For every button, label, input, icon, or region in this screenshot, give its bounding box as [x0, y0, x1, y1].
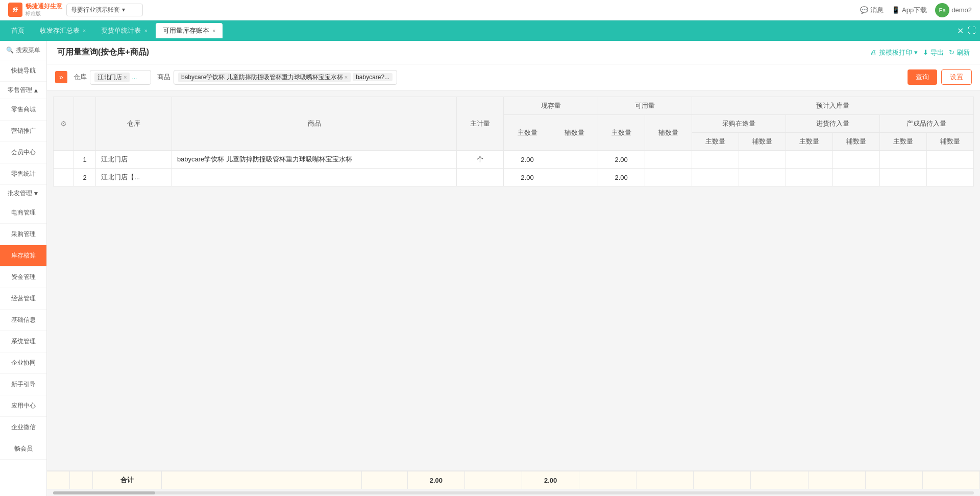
export-icon: ⬇: [923, 49, 928, 56]
product-tag-1: babycare?...: [353, 73, 393, 81]
top-bar-right: 💬 消息 📱 App下载 Ea demo2: [860, 3, 972, 17]
product-tag-container[interactable]: babycare学饮杯 儿童防摔防撞吸管杯重力球吸嘴杯宝宝水杯 × babyca…: [174, 70, 397, 85]
row-main-unit-1: [457, 169, 504, 186]
refresh-button[interactable]: ↻ 刷新: [949, 48, 970, 57]
warehouse-tag-value: 江北门店: [97, 73, 122, 82]
row-current-aux-1: [551, 169, 598, 186]
sidebar-item-member-program[interactable]: 畅会员: [0, 438, 46, 460]
tab-yaohuo-close[interactable]: ×: [144, 28, 147, 34]
query-button[interactable]: 查询: [908, 69, 937, 85]
message-label: 消息: [870, 6, 884, 15]
th-inbound-pending-aux: 辅数量: [832, 133, 879, 151]
sidebar-item-batch-mgmt[interactable]: 批发管理 ▼: [0, 185, 46, 202]
logo-icon: 好: [8, 3, 22, 17]
export-button[interactable]: ⬇ 导出: [923, 48, 944, 57]
warehouse-tag-close[interactable]: ×: [124, 74, 127, 80]
filter-expand-button[interactable]: »: [55, 71, 67, 83]
export-label: 导出: [930, 48, 944, 57]
nav-expand-button[interactable]: ⛶: [968, 26, 976, 36]
warehouse-tag: 江北门店 ×: [94, 73, 130, 82]
tab-yaohuo[interactable]: 要货单统计表 ×: [94, 23, 154, 38]
warehouse-more[interactable]: ...: [132, 74, 137, 81]
sidebar-item-zero-sales-mgmt[interactable]: 零售管理 ▲: [0, 82, 46, 99]
settings-button[interactable]: 设置: [941, 69, 972, 85]
sidebar-item-system-mgmt[interactable]: 系统管理: [0, 331, 46, 352]
tab-home[interactable]: 首页: [4, 23, 32, 38]
product-filter-label: 商品: [157, 73, 170, 82]
summary-product-spacer: [161, 471, 361, 489]
sidebar-item-inventory-check[interactable]: 库存核算: [0, 245, 46, 267]
sidebar-item-enterprise-wechat[interactable]: 企业微信: [0, 417, 46, 438]
settings-icon[interactable]: ⚙: [60, 120, 67, 128]
sidebar-item-finance-mgmt[interactable]: 资金管理: [0, 267, 46, 288]
scrollbar-thumb[interactable]: [53, 491, 155, 494]
sidebar-item-zero-stats[interactable]: 零售统计: [0, 163, 46, 185]
summary-label: 合计: [93, 471, 162, 489]
summary-current-main-qty: 2.00: [407, 471, 464, 489]
th-available-aux-qty: 辅数量: [645, 115, 692, 151]
row-warehouse-0: 江北门店: [96, 151, 172, 169]
app-download-button[interactable]: 📱 App下载: [892, 6, 927, 15]
nav-close-button[interactable]: ✕: [957, 26, 964, 36]
row-inbound-pending-aux-1: [832, 169, 879, 186]
sidebar-item-zero-mall[interactable]: 零售商城: [0, 99, 46, 121]
sidebar-item-member-center[interactable]: 会员中心: [0, 142, 46, 163]
data-table: ⚙ 仓库 商品 主计量 现存量 可用量 预计入库量 主数量 辅数量 主数量: [53, 97, 974, 186]
th-product: 商品: [172, 97, 457, 151]
tab-shoufa[interactable]: 收发存汇总表 ×: [33, 23, 93, 38]
sidebar-search[interactable]: 🔍 搜索菜单: [0, 41, 46, 60]
summary-current-aux-qty: [464, 471, 522, 489]
summary-spacer-1: [47, 471, 70, 489]
sidebar-item-newbie-guide[interactable]: 新手引导: [0, 374, 46, 395]
row-gear-1: [54, 169, 74, 186]
tab-keyongliang-label: 可用量库存账本: [163, 26, 209, 35]
content-area: 可用量查询(按仓库+商品) 🖨 按模板打印 ▾ ⬇ 导出 ↻ 刷新 »: [47, 41, 980, 496]
table-row[interactable]: 2 江北门店【... 2.00 2.00: [54, 169, 974, 186]
warehouse-filter: 仓库 江北门店 × ...: [74, 70, 151, 85]
tab-keyongliang-close[interactable]: ×: [212, 28, 215, 34]
summary-row: 合计 2.00 2.00: [47, 470, 980, 489]
chevron-down-icon: ▾: [122, 6, 125, 13]
th-inbound-pending-main: 主数量: [786, 133, 832, 151]
user-area[interactable]: Ea demo2: [935, 3, 972, 17]
th-expected-inbound: 预计入库量: [692, 97, 973, 115]
purchase-mgmt-label: 采购管理: [11, 230, 36, 239]
chevron-down-icon-print: ▾: [914, 49, 918, 56]
table-row[interactable]: 1 江北门店 babycare学饮杯 儿童防摔防撞吸管杯重力球吸嘴杯宝宝水杯 个…: [54, 151, 974, 169]
page-title: 可用量查询(按仓库+商品): [57, 47, 149, 58]
sidebar-item-quick-nav[interactable]: 快捷导航: [0, 60, 46, 82]
sidebar-item-enterprise-collab[interactable]: 企业协同: [0, 352, 46, 374]
template-print-button[interactable]: 🖨 按模板打印 ▾: [870, 48, 918, 57]
tab-keyongliang[interactable]: 可用量库存账本 ×: [156, 23, 223, 38]
row-product-0: babycare学饮杯 儿童防摔防撞吸管杯重力球吸嘴杯宝宝水杯: [172, 151, 457, 169]
chevron-icon-batch: ▼: [33, 190, 39, 197]
summary-table: 合计 2.00 2.00: [47, 471, 980, 489]
product-tag-0-close[interactable]: ×: [345, 74, 348, 80]
row-inbound-pending-aux-0: [832, 151, 879, 169]
row-available-aux-0: [645, 151, 692, 169]
th-available: 可用量: [598, 97, 692, 115]
sidebar-item-basic-info[interactable]: 基础信息: [0, 310, 46, 331]
enterprise-collab-label: 企业协同: [11, 359, 36, 367]
filter-area: » 仓库 江北门店 × ... 商品 babycare学饮杯 儿童防摔防撞吸管杯…: [47, 64, 980, 90]
sidebar-item-app-center[interactable]: 应用中心: [0, 395, 46, 417]
app-download-label: App下载: [902, 6, 927, 15]
warehouse-tag-container[interactable]: 江北门店 × ...: [90, 70, 151, 85]
filter-actions: 查询 设置: [908, 69, 972, 85]
th-main-unit: 主计量: [457, 97, 504, 151]
org-selector[interactable]: 母婴行业演示账套 ▾: [66, 4, 143, 16]
message-button[interactable]: 💬 消息: [860, 6, 884, 15]
row-purchase-transit-aux-1: [739, 169, 786, 186]
sidebar-item-marketing[interactable]: 营销推广: [0, 121, 46, 142]
org-selector-label: 母婴行业演示账套: [71, 6, 120, 14]
sidebar-item-operations-mgmt[interactable]: 经营管理: [0, 288, 46, 310]
row-current-main-0: 2.00: [504, 151, 551, 169]
row-production-pending-main-0: [879, 151, 926, 169]
quick-nav-label: 快捷导航: [11, 66, 36, 75]
scrollbar-track[interactable]: [53, 491, 974, 494]
sidebar-item-purchase-mgmt[interactable]: 采购管理: [0, 224, 46, 245]
sidebar-item-ecommerce-mgmt[interactable]: 电商管理: [0, 202, 46, 224]
marketing-label: 营销推广: [11, 127, 36, 135]
tab-shoufa-close[interactable]: ×: [83, 28, 86, 34]
logo-sub: 标准版: [26, 10, 62, 17]
